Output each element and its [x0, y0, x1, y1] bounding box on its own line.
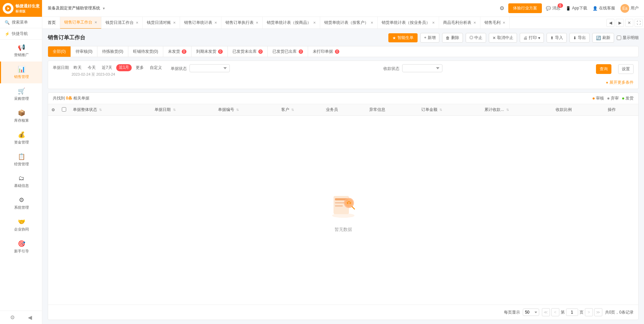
sort-collected-icon[interactable]: ⇅	[506, 108, 509, 112]
sidebar-item-cooperation[interactable]: 🤝 企业协同	[0, 214, 42, 236]
sub-tab-not-printed[interactable]: 未打印单据 0	[308, 46, 344, 57]
sidebar-collapse-button[interactable]: ◀	[28, 314, 32, 321]
user-menu-button[interactable]: Ea 用户	[620, 4, 639, 13]
sidebar-item-inventory[interactable]: 📦 库存核算	[0, 105, 42, 127]
cancel-stop-button[interactable]: ✕ 取消中止	[489, 33, 517, 43]
sidebar-item-purchase[interactable]: 🛒 采购管理	[0, 83, 42, 105]
tab-close-summary-product[interactable]: ✕	[313, 21, 316, 25]
filter-option-more[interactable]: 更多	[134, 64, 146, 71]
filter-option-today[interactable]: 今天	[86, 64, 98, 71]
sidebar-item-marketing[interactable]: 📢 营销推广	[0, 40, 42, 62]
pagination-page-input[interactable]	[566, 309, 578, 316]
add-button[interactable]: + 新增	[420, 33, 439, 43]
tab-close-cash-ledger[interactable]: ✕	[173, 21, 176, 25]
refresh-button[interactable]: 🔄 刷新	[592, 33, 614, 43]
cooperation-icon: 🤝	[18, 218, 25, 226]
show-detail-checkbox-label[interactable]: 显示明细	[617, 35, 639, 41]
system-title-dropdown-icon[interactable]: ▾	[103, 6, 105, 11]
tab-sales-exec[interactable]: 销售订单执行表 ✕	[221, 17, 263, 29]
tab-scroll-right-button[interactable]: ▶	[616, 19, 624, 27]
pagination-last-button[interactable]: ≫	[594, 308, 602, 316]
tab-sales-stats[interactable]: 销售订单统计表 ✕	[180, 17, 221, 29]
tab-close-sales-stats[interactable]: ✕	[214, 21, 217, 25]
industry-solution-button[interactable]: 体验行业方案	[508, 3, 542, 13]
sidebar-search-item[interactable]: 🔍 搜索菜单	[0, 17, 42, 28]
pagination-next-button[interactable]: >	[585, 308, 593, 316]
tab-close-summary-staff[interactable]: ✕	[432, 21, 435, 25]
app-download-button[interactable]: 📱 App下载	[566, 5, 587, 11]
tab-summary-customer[interactable]: 销货单统计表（按客户） ✕	[320, 17, 378, 29]
message-button[interactable]: 💬 💬 6 消息	[546, 5, 560, 11]
tab-close-summary-customer[interactable]: ✕	[371, 21, 373, 25]
col-checkbox[interactable]	[58, 104, 70, 116]
filter-option-7days[interactable]: 近7天	[100, 64, 114, 71]
sort-customer-icon[interactable]: ⇅	[291, 108, 294, 112]
tab-margin[interactable]: 商品毛利分析表 ✕	[439, 17, 480, 29]
sort-date-icon[interactable]: ⇅	[173, 108, 176, 112]
per-page-select[interactable]: 50 20 100 200	[523, 309, 539, 316]
pagination-first-button[interactable]: ≪	[542, 308, 550, 316]
sidebar-item-finance[interactable]: 💰 资金管理	[0, 127, 42, 149]
pagination-prev-button[interactable]: <	[551, 308, 559, 316]
sidebar-item-basic[interactable]: 🗂 基础信息	[0, 171, 42, 192]
tab-cash-ledger[interactable]: 钱货日清对账 ✕	[143, 17, 180, 29]
sub-tab-wangpu[interactable]: 旺铺待发货(0)	[128, 46, 163, 57]
sidebar-item-system[interactable]: ⚙ 系统管理	[0, 192, 42, 214]
tab-maximize-button[interactable]: ⛶	[635, 19, 643, 27]
sidebar-quick-nav[interactable]: ⚡ 快捷导航	[0, 28, 42, 40]
expand-more-button[interactable]: ▾ 展开更多条件	[606, 80, 634, 85]
import-button[interactable]: ⬆ 导入	[547, 33, 567, 43]
table-toolbar: 共找到 0条 相关单据 审核 弃审	[48, 93, 638, 104]
sub-tab-not-shipped[interactable]: 未发货 0	[163, 46, 191, 57]
tab-sales-more[interactable]: 销售毛利 ✕	[480, 17, 510, 29]
tab-close-cash-clear[interactable]: ✕	[136, 21, 138, 25]
filter-payment-select[interactable]	[402, 64, 442, 72]
tab-sales-workbench[interactable]: 销售订单工作台 ✕	[60, 17, 101, 29]
filter-option-custom[interactable]: 自定义	[148, 64, 164, 71]
online-service-button[interactable]: 👤 在线客服	[593, 5, 615, 11]
search-icon: 🔍	[5, 20, 10, 25]
delete-button[interactable]: 🗑 删除	[442, 33, 463, 43]
tab-close-sales-exec[interactable]: ✕	[256, 21, 258, 25]
filter-option-yesterday[interactable]: 昨天	[72, 64, 84, 71]
sub-tab-pending-inspection[interactable]: 待拣验货(0)	[97, 46, 128, 57]
smart-create-button[interactable]: ★ 智能生单	[388, 33, 418, 42]
show-detail-checkbox[interactable]	[617, 36, 621, 40]
export-button[interactable]: ⬇ 导出	[569, 33, 590, 43]
review-action-button[interactable]: 审核	[593, 95, 604, 101]
sub-tab-overdue-not-shipped[interactable]: 到期未发货 0	[191, 46, 228, 57]
sidebar-item-operations[interactable]: 📋 经营管理	[0, 149, 42, 171]
sub-tab-pending-review[interactable]: 待审核(0)	[71, 46, 98, 57]
header-settings-icon[interactable]: ⚙	[500, 5, 504, 11]
cancel-review-action-button[interactable]: 弃审	[607, 95, 619, 101]
filter-status-select[interactable]	[189, 64, 230, 72]
sort-number-icon[interactable]: ⇅	[236, 108, 239, 112]
sort-status-icon[interactable]: ⇅	[99, 108, 102, 112]
stop-button[interactable]: ◎ 中止	[466, 33, 486, 43]
select-all-checkbox[interactable]	[62, 107, 66, 112]
col-settings[interactable]: ⚙	[48, 104, 58, 116]
purchase-icon: 🛒	[18, 87, 25, 95]
sort-amount-icon[interactable]: ⇅	[439, 108, 442, 112]
query-button[interactable]: 查询	[596, 64, 611, 74]
sub-tab-shipped-not-warehouse[interactable]: 已发货未出库 0	[228, 46, 268, 57]
sidebar-settings-button[interactable]: ⚙	[10, 314, 15, 321]
ship-action-button[interactable]: 发货	[622, 95, 634, 101]
tab-summary-staff[interactable]: 销货单统计表（按业务员） ✕	[378, 17, 439, 29]
tab-close-all-button[interactable]: ✕	[625, 19, 633, 27]
print-button[interactable]: 🖨 打印 ▾	[520, 33, 544, 43]
settings-filter-button[interactable]: 设置	[618, 64, 634, 74]
tab-summary-product[interactable]: 销货单统计表（按商品） ✕	[263, 17, 320, 29]
pagination-page-info: 第 页	[561, 309, 584, 316]
sidebar-item-guide[interactable]: 🎯 新手引导	[0, 236, 42, 258]
tab-cash-clear[interactable]: 钱货日清工作台 ✕	[101, 17, 143, 29]
sidebar-item-sales[interactable]: 📊 销售管理	[0, 62, 42, 83]
sub-tab-all[interactable]: 全部(0)	[48, 46, 71, 57]
sub-tab-shipped-warehoused[interactable]: 已发货已出库 0	[268, 46, 308, 57]
tab-scroll-left-button[interactable]: ◀	[606, 19, 614, 27]
tab-close-sales-more[interactable]: ✕	[503, 21, 505, 25]
tab-close-margin[interactable]: ✕	[473, 21, 476, 25]
tab-home[interactable]: 首页	[44, 17, 60, 29]
filter-option-1month[interactable]: 近1月	[116, 64, 132, 71]
tab-close-sales-workbench[interactable]: ✕	[94, 21, 97, 24]
